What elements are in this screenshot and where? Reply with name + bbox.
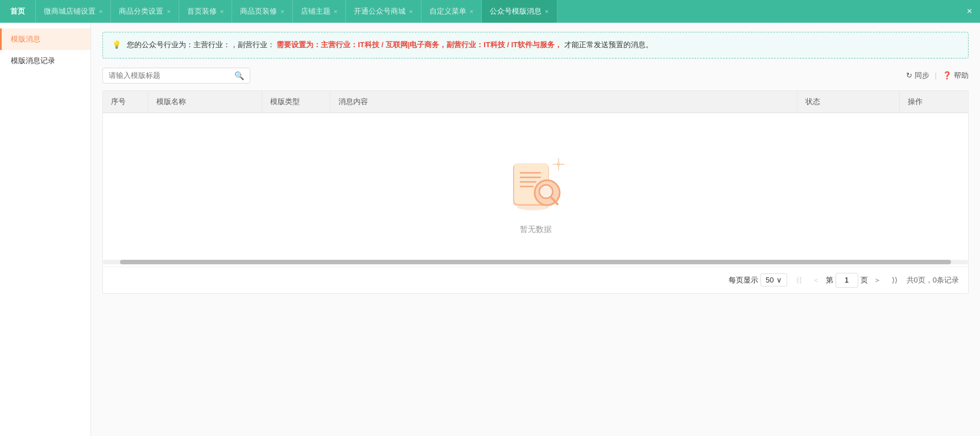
- close-icon[interactable]: ×: [470, 8, 473, 15]
- tab-custom-menu[interactable]: 自定义菜单 ×: [421, 0, 482, 23]
- toolbar-right: ↻ 同步 | ❓ 帮助: [906, 70, 969, 81]
- empty-illustration: [502, 147, 570, 215]
- prev-page-button[interactable]: ＜: [809, 273, 824, 288]
- empty-state: 暂无数据: [103, 113, 968, 258]
- tab-category-settings[interactable]: 商品分类设置 ×: [111, 0, 179, 23]
- tab-template-message[interactable]: 公众号模版消息 ×: [482, 0, 557, 23]
- search-wrap: 🔍: [102, 68, 250, 84]
- horizontal-scrollbar[interactable]: [103, 260, 968, 264]
- empty-text: 暂无数据: [520, 225, 552, 235]
- close-icon[interactable]: ×: [280, 8, 284, 15]
- help-button[interactable]: ❓ 帮助: [942, 70, 969, 81]
- sidebar-item-template-message[interactable]: 模版消息: [0, 28, 90, 50]
- tab-home-decor[interactable]: 首页装修 ×: [179, 0, 232, 23]
- search-icon[interactable]: 🔍: [234, 71, 244, 80]
- close-icon[interactable]: ×: [334, 8, 337, 15]
- tab-store-theme[interactable]: 店铺主题 ×: [293, 0, 346, 23]
- svg-point-9: [557, 163, 560, 166]
- scrollbar-thumb[interactable]: [120, 260, 951, 264]
- col-header-action: 操作: [900, 91, 968, 113]
- close-icon[interactable]: ×: [545, 8, 548, 15]
- close-all-button[interactable]: ×: [959, 6, 980, 16]
- page-nav: ⟨⟨ ＜ 第 页 ＞ ⟩⟩: [792, 273, 902, 288]
- last-page-button[interactable]: ⟩⟩: [887, 273, 902, 288]
- main-layout: 模版消息 模版消息记录 💡 您的公众号行业为：主营行业：，副营行业： 需要设置为…: [0, 23, 980, 436]
- page-size-dropdown[interactable]: 50 ∨: [760, 273, 787, 286]
- close-icon[interactable]: ×: [99, 8, 102, 15]
- sidebar: 模版消息 模版消息记录: [0, 23, 91, 436]
- tab-product-decor[interactable]: 商品页装修 ×: [232, 0, 292, 23]
- page-size-select: 每页显示 50 ∨: [729, 273, 787, 286]
- table-wrap: 序号 模版名称 模版类型 消息内容 状态 操作: [102, 90, 969, 294]
- col-header-index: 序号: [103, 91, 148, 113]
- page-number-input[interactable]: [836, 273, 858, 288]
- tab-open-mall[interactable]: 开通公众号商城 ×: [346, 0, 421, 23]
- close-icon[interactable]: ×: [409, 8, 412, 15]
- tab-store-settings[interactable]: 微商城店铺设置 ×: [36, 0, 111, 23]
- toolbar: 🔍 ↻ 同步 | ❓ 帮助: [102, 68, 969, 84]
- divider: |: [935, 71, 937, 80]
- help-icon: ❓: [942, 71, 952, 80]
- sync-button[interactable]: ↻ 同步: [906, 70, 929, 81]
- notice-box: 💡 您的公众号行业为：主营行业：，副营行业： 需要设置为：主营行业：IT科技 /…: [102, 32, 969, 59]
- chevron-down-icon: ∨: [776, 276, 782, 284]
- next-page-button[interactable]: ＞: [870, 273, 885, 288]
- sidebar-item-template-record[interactable]: 模版消息记录: [0, 50, 90, 72]
- search-input[interactable]: [109, 71, 232, 80]
- content-area: 💡 您的公众号行业为：主营行业：，副营行业： 需要设置为：主营行业：IT科技 /…: [91, 23, 980, 436]
- refresh-icon: ↻: [906, 71, 912, 80]
- col-header-content: 消息内容: [330, 91, 797, 113]
- first-page-button[interactable]: ⟨⟨: [792, 273, 807, 288]
- lightbulb-icon: 💡: [112, 40, 121, 49]
- col-header-name: 模版名称: [148, 91, 262, 113]
- pagination: 每页显示 50 ∨ ⟨⟨ ＜ 第 页 ＞ ⟩⟩ 共0页，0条记录: [103, 267, 968, 293]
- tab-bar: 首页 微商城店铺设置 × 商品分类设置 × 首页装修 × 商品页装修 × 店铺主…: [0, 0, 980, 23]
- table-header: 序号 模版名称 模版类型 消息内容 状态 操作: [103, 91, 968, 113]
- close-icon[interactable]: ×: [220, 8, 224, 15]
- col-header-type: 模版类型: [262, 91, 330, 113]
- tab-home[interactable]: 首页: [0, 0, 36, 23]
- col-header-status: 状态: [797, 91, 900, 113]
- total-info: 共0页，0条记录: [907, 275, 959, 285]
- close-icon[interactable]: ×: [167, 8, 170, 15]
